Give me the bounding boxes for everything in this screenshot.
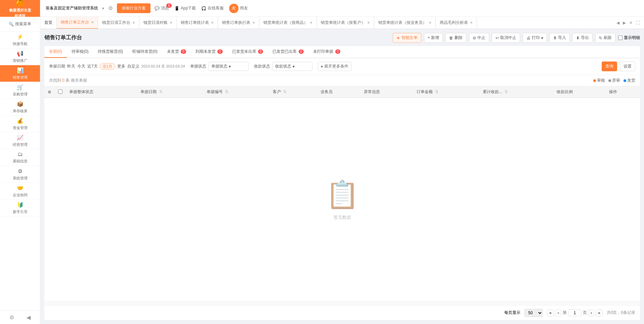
page-total-label: 页 bbox=[583, 310, 587, 316]
col-settings[interactable]: ⚙ bbox=[44, 86, 55, 98]
sub-tab-pending-review[interactable]: 待审核(0) bbox=[67, 46, 93, 58]
page-input[interactable] bbox=[568, 310, 582, 316]
date-opt-1month[interactable]: 近1月 bbox=[100, 63, 115, 70]
suspend-button[interactable]: ⊘ 中止 bbox=[469, 33, 489, 43]
filter-settings-button[interactable]: 设置 bbox=[620, 62, 635, 71]
tabs-prev-icon[interactable]: ◀ bbox=[615, 20, 621, 26]
date-opt-today[interactable]: 今天 bbox=[77, 64, 85, 69]
refresh-button[interactable]: ↻ 刷新 bbox=[595, 33, 615, 43]
expand-filter-btn[interactable]: ▾ 展开更多条件 bbox=[318, 62, 351, 71]
page-size-select[interactable]: 50 100 bbox=[524, 309, 543, 317]
industry-btn[interactable]: 体验行业方案 bbox=[117, 3, 151, 13]
sub-tab-not-printed[interactable]: 未打印单据 0 bbox=[308, 46, 345, 58]
print-button[interactable]: 🖨 打印 ▾ bbox=[523, 33, 547, 43]
date-opt-7days[interactable]: 近7天 bbox=[87, 64, 98, 69]
tab-sales-stats[interactable]: 销售订单统计表 ✕ bbox=[177, 17, 218, 29]
export-button[interactable]: ⬇ 导出 bbox=[572, 33, 593, 43]
last-page-btn[interactable]: » bbox=[596, 310, 603, 316]
payment-select[interactable]: 收款状态 ▾ bbox=[272, 62, 312, 71]
status-select[interactable]: 单据状态 ▾ bbox=[208, 62, 249, 71]
tab-close-sales-workbench[interactable]: ✕ bbox=[91, 21, 94, 24]
tab-cash-reconcile[interactable]: 钱货日清对账 ✕ bbox=[139, 17, 177, 29]
review-action[interactable]: 审核 bbox=[593, 78, 605, 83]
user-avatar-btn[interactable]: 友 用友 bbox=[229, 4, 248, 13]
sub-tab-shipped-out[interactable]: 已发货已出库 0 bbox=[268, 46, 308, 58]
smart-gen-button[interactable]: ★ 智能生单 bbox=[393, 33, 421, 43]
sub-tab-shipped-not-out[interactable]: 已发货未出库 0 bbox=[227, 46, 268, 58]
import-button[interactable]: ⬆ 导入 bbox=[550, 33, 570, 43]
tab-close-sales-exec[interactable]: ✕ bbox=[252, 21, 255, 25]
sub-tab-pending-check[interactable]: 待拣货验货(0) bbox=[93, 46, 128, 58]
sidebar-item-sales[interactable]: 📊 销售管理 bbox=[0, 65, 40, 82]
tab-close-gross-margin[interactable]: ✕ bbox=[470, 21, 473, 25]
sidebar-item-purchase[interactable]: 🛒 采购管理 bbox=[0, 82, 40, 99]
tab-close-sales-stats[interactable]: ✕ bbox=[211, 21, 214, 25]
sub-tab-overdue-not-shipped[interactable]: 到期未发货 0 bbox=[191, 46, 227, 58]
overdue-not-shipped-badge: 0 bbox=[217, 49, 223, 54]
cancel-review-action[interactable]: 弃审 bbox=[608, 78, 620, 83]
tabs-next-icon[interactable]: ▶ bbox=[621, 20, 627, 26]
cancel-suspend-button[interactable]: ↩ 取消中止 bbox=[492, 33, 520, 43]
online-service-btn[interactable]: 🎧 在线客服 bbox=[201, 5, 224, 11]
scroll-inner bbox=[44, 301, 640, 302]
collected-sort-icon[interactable]: ⇅ bbox=[505, 89, 508, 94]
tab-close-cash-daily[interactable]: ✕ bbox=[132, 21, 135, 25]
sidebar-item-marketing[interactable]: 📢 营销推广 bbox=[0, 48, 40, 65]
tab-sales-exec[interactable]: 销售订单执行表 ✕ bbox=[218, 17, 259, 29]
sidebar-item-inventory[interactable]: 📦 库存核算 bbox=[0, 99, 40, 116]
tabs-expand-icon[interactable]: ⛶ bbox=[635, 20, 641, 26]
add-button[interactable]: + 新增 bbox=[424, 33, 443, 43]
select-all-checkbox[interactable] bbox=[58, 89, 62, 94]
query-button[interactable]: 查询 bbox=[602, 62, 617, 71]
show-detail-checkbox-label[interactable]: 显示明细 bbox=[618, 35, 640, 41]
next-page-btn[interactable]: › bbox=[588, 310, 594, 316]
date-opt-custom[interactable]: 自定义 bbox=[127, 64, 139, 69]
sidebar-item-enterprise[interactable]: 🤝 企业协同 bbox=[0, 183, 40, 200]
sidebar-item-guide[interactable]: 🔰 新手引导 bbox=[0, 200, 40, 216]
show-detail-checkbox[interactable] bbox=[618, 36, 622, 40]
tabs-close-all-icon[interactable]: ✕ bbox=[628, 20, 634, 26]
tab-close-sales-by-staff[interactable]: ✕ bbox=[429, 21, 431, 25]
date-opt-more[interactable]: 更多 bbox=[117, 64, 125, 69]
system-dropdown-icon[interactable]: ▾ bbox=[102, 6, 104, 11]
suspend-icon: ⊘ bbox=[473, 36, 476, 40]
app-download-btn[interactable]: 📱 App下载 bbox=[174, 5, 196, 11]
date-sort-icon[interactable]: ⇅ bbox=[159, 89, 163, 94]
delete-icon: 🗑 bbox=[449, 36, 453, 40]
tab-sales-by-product[interactable]: 销货单统计表（按商品） ✕ bbox=[259, 17, 317, 29]
tab-home[interactable]: 首页 bbox=[40, 17, 57, 29]
tab-close-sales-by-customer[interactable]: ✕ bbox=[367, 21, 370, 25]
settings-gear-icon[interactable]: ⚙ bbox=[9, 314, 14, 321]
sub-tab-wangpu-pending[interactable]: 旺铺待发货(0) bbox=[128, 46, 162, 58]
ship-action[interactable]: 发货 bbox=[624, 78, 635, 83]
sub-tab-all[interactable]: 全部(0) bbox=[44, 46, 67, 58]
sidebar-item-finance[interactable]: 💰 资金管理 bbox=[0, 116, 40, 132]
prev-page-btn[interactable]: ‹ bbox=[555, 310, 561, 316]
tab-close-sales-by-product[interactable]: ✕ bbox=[310, 21, 312, 25]
date-opt-yesterday[interactable]: 昨天 bbox=[67, 64, 75, 69]
tab-sales-workbench[interactable]: 销售订单工作台 ✕ bbox=[57, 17, 98, 29]
expand-filter-icon: ▾ bbox=[321, 64, 323, 69]
sidebar-item-quick-nav[interactable]: ⚡ 快捷导航 bbox=[0, 32, 40, 48]
message-btn[interactable]: 💬 消息 6 bbox=[155, 5, 169, 11]
tab-cash-daily[interactable]: 钱货日清工作台 ✕ bbox=[98, 17, 139, 29]
sidebar-item-base-info[interactable]: 🗂 基础信息 bbox=[0, 149, 40, 166]
sub-tab-not-shipped[interactable]: 未发货 0 bbox=[162, 46, 191, 58]
tab-gross-margin[interactable]: 商品毛利分析表 ✕ bbox=[436, 17, 477, 29]
tab-sales-by-customer[interactable]: 销货单统计表（按客户） ✕ bbox=[317, 17, 374, 29]
amount-sort-icon[interactable]: ⇅ bbox=[435, 89, 438, 94]
number-sort-icon[interactable]: ⇅ bbox=[225, 89, 228, 94]
sidebar-search[interactable]: 🔍 搜索菜单 bbox=[0, 17, 40, 32]
first-page-btn[interactable]: « bbox=[547, 310, 554, 316]
tab-sales-by-staff[interactable]: 销货单统计表（按业务员） ✕ bbox=[374, 17, 436, 29]
topbar-gear-icon[interactable]: ⚙ bbox=[108, 5, 113, 11]
delete-button[interactable]: 🗑 删除 bbox=[445, 33, 466, 43]
sidebar-item-system[interactable]: ⚙ 系统管理 bbox=[0, 166, 40, 183]
horizontal-scrollbar[interactable] bbox=[44, 301, 640, 305]
tab-close-cash-reconcile[interactable]: ✕ bbox=[170, 21, 172, 25]
sidebar-item-operations[interactable]: 📈 经营管理 bbox=[0, 132, 40, 149]
collapse-icon[interactable]: ◀ bbox=[27, 314, 31, 321]
customer-sort-icon[interactable]: ⇅ bbox=[283, 89, 287, 94]
status-select-value: 单据状态 bbox=[211, 64, 227, 69]
sidebar-bottom: ⚙ ◀ bbox=[0, 311, 40, 324]
